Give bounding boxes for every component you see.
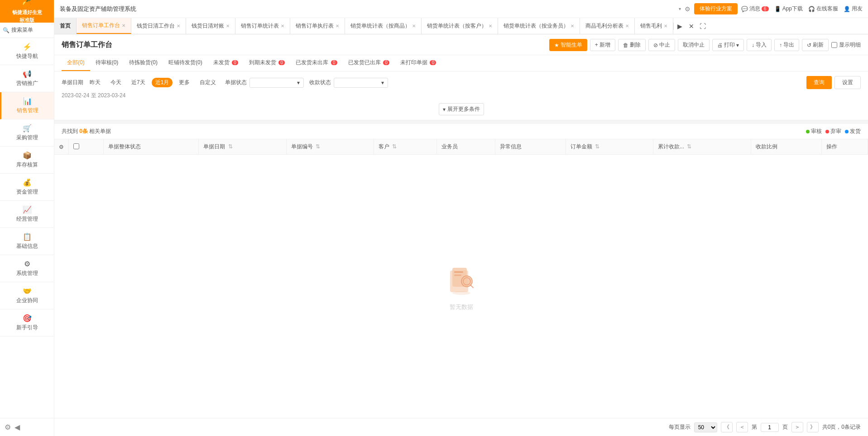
col-status[interactable]: 单据整体状态: [103, 139, 199, 155]
smart-create-btn[interactable]: ★ 智能生单: [549, 39, 587, 51]
tab-close-icon[interactable]: ✕: [336, 24, 339, 28]
col-date[interactable]: 单据日期 ⇅: [199, 139, 286, 155]
app-download-btn[interactable]: 📱 App下载: [774, 5, 803, 13]
date-option-yesterday[interactable]: 昨天: [86, 78, 104, 87]
sub-tab-not-printed[interactable]: 未打印单据 0: [395, 55, 441, 71]
tab-close-icon[interactable]: ✕: [226, 24, 230, 28]
payment-select[interactable]: ▾: [334, 78, 388, 88]
prev-page-btn[interactable]: ＜: [736, 422, 748, 432]
show-detail-checkbox[interactable]: 显示明细: [831, 41, 861, 49]
tab-sales-stat-customer[interactable]: 销货单统计表（按客户） ✕: [422, 18, 498, 34]
filter-settings-btn[interactable]: 设置: [834, 76, 861, 89]
tab-close-icon[interactable]: ✕: [412, 24, 416, 28]
date-option-custom[interactable]: 自定义: [196, 78, 220, 87]
sidebar-item-sales[interactable]: 📊 销售管理: [0, 92, 54, 119]
sort-icon[interactable]: ⇅: [392, 143, 397, 150]
date-option-more[interactable]: 更多: [175, 78, 193, 87]
cancel-stop-btn[interactable]: 取消中止: [678, 39, 710, 51]
tab-more-btn[interactable]: ▶: [673, 23, 686, 30]
col-settings[interactable]: ⚙: [54, 139, 69, 155]
date-option-today[interactable]: 今天: [107, 78, 125, 87]
refresh-btn[interactable]: ↺ 刷新: [802, 39, 829, 51]
cancel-audit-btn[interactable]: 弃审: [825, 128, 841, 135]
tab-close-icon[interactable]: ✕: [177, 24, 180, 28]
delete-btn[interactable]: 🗑 删除: [618, 39, 646, 51]
sub-tab-wangpu[interactable]: 旺铺待发货(0): [163, 55, 208, 71]
sub-tab-not-shipped[interactable]: 未发货 0: [208, 55, 244, 71]
tab-cash-daily[interactable]: 钱货日清工作台 ✕: [131, 18, 186, 34]
tab-close-icon[interactable]: ✕: [625, 24, 629, 28]
tab-close-icon[interactable]: ✕: [122, 23, 125, 28]
last-page-btn[interactable]: 》: [807, 422, 819, 432]
sidebar-item-basic-info[interactable]: 📋 基础信息: [0, 228, 54, 255]
col-collected[interactable]: 累计收款... ⇅: [653, 139, 751, 155]
sort-icon[interactable]: ⇅: [316, 143, 320, 150]
send-btn[interactable]: 发货: [845, 128, 861, 135]
next-page-btn[interactable]: ＞: [791, 422, 803, 432]
tab-sales-exec[interactable]: 销售订单执行表 ✕: [290, 18, 345, 34]
tab-close-icon[interactable]: ✕: [281, 24, 284, 28]
sub-tab-shipped-not-out[interactable]: 已发货未出库 0: [290, 55, 342, 71]
show-detail-input[interactable]: [831, 42, 837, 48]
sort-icon[interactable]: ⇅: [687, 143, 691, 150]
sidebar-item-guide[interactable]: 🎯 新手引导: [0, 309, 54, 336]
sort-icon[interactable]: ⇅: [595, 143, 599, 150]
page-input[interactable]: [761, 423, 779, 432]
tab-cash-reconcile[interactable]: 钱货日清对账 ✕: [186, 18, 235, 34]
sidebar-item-enterprise[interactable]: 🤝 企业协同: [0, 282, 54, 309]
sidebar-item-operations[interactable]: 📈 经营管理: [0, 201, 54, 228]
sidebar-item-marketing[interactable]: 📢 营销推广: [0, 65, 54, 92]
col-checkbox[interactable]: [69, 139, 104, 155]
col-ratio[interactable]: 收款比例: [751, 139, 821, 155]
user-btn[interactable]: 👤 用友: [844, 5, 863, 13]
tab-close-icon[interactable]: ✕: [664, 24, 667, 28]
col-customer[interactable]: 客户 ⇅: [374, 139, 436, 155]
sidebar-item-finance[interactable]: 💰 资金管理: [0, 174, 54, 201]
col-operation[interactable]: 操作: [822, 139, 868, 155]
experience-btn[interactable]: 体验行业方案: [694, 3, 738, 14]
select-all-checkbox[interactable]: [73, 143, 79, 149]
tab-sales-more[interactable]: 销售毛利 ✕: [635, 18, 673, 34]
col-amount[interactable]: 订单金额 ⇅: [566, 139, 653, 155]
tab-home[interactable]: 首页: [54, 18, 77, 34]
settings-bottom-icon[interactable]: ⚙: [5, 423, 11, 431]
sidebar-item-quick-nav[interactable]: ⚡ 快捷导航: [0, 38, 54, 65]
sort-icon[interactable]: ⇅: [228, 143, 233, 150]
sidebar-item-search[interactable]: 🔍 搜索菜单: [0, 23, 54, 38]
print-dropdown-icon[interactable]: ▾: [736, 42, 739, 48]
search-btn[interactable]: 查询: [806, 76, 832, 89]
sub-tab-shipped-out[interactable]: 已发货已出库 0: [343, 55, 395, 71]
sub-tab-all[interactable]: 全部(0): [62, 55, 90, 71]
online-service-btn[interactable]: 🎧 在线客服: [808, 5, 838, 13]
page-size-select[interactable]: 10 20 50 100: [694, 422, 717, 432]
gear-icon[interactable]: ⚙: [685, 5, 691, 13]
tab-close-icon[interactable]: ✕: [489, 24, 492, 28]
status-select[interactable]: ▾: [249, 78, 304, 88]
sidebar-item-system[interactable]: ⚙ 系统管理: [0, 255, 54, 282]
tab-product-margin[interactable]: 商品毛利分析表 ✕: [580, 18, 635, 34]
sidebar-item-purchase[interactable]: 🛒 采购管理: [0, 119, 54, 147]
import-btn[interactable]: ↓ 导入: [747, 39, 772, 51]
export-btn[interactable]: ↑ 导出: [774, 39, 799, 51]
date-option-last1month[interactable]: 近1月: [152, 78, 173, 87]
tab-close-all[interactable]: ✕: [686, 23, 697, 30]
add-btn[interactable]: + 新增: [590, 39, 615, 51]
print-btn[interactable]: 🖨 打印 ▾: [712, 39, 744, 51]
tab-sales-stat-staff[interactable]: 销货单统计表（按业务员） ✕: [498, 18, 580, 34]
first-page-btn[interactable]: 《: [721, 422, 733, 432]
tab-sales-order-work[interactable]: 销售订单工作台 ✕: [77, 18, 131, 34]
col-staff[interactable]: 业务员: [436, 139, 495, 155]
sub-tab-pending-inspect[interactable]: 待拣验货(0): [124, 55, 163, 71]
col-exception[interactable]: 异常信息: [495, 139, 566, 155]
sub-tab-expired-not-shipped[interactable]: 到期未发货 0: [244, 55, 290, 71]
collapse-icon[interactable]: ◀: [14, 423, 20, 431]
date-option-last7[interactable]: 近7天: [128, 78, 149, 87]
tab-sales-stat[interactable]: 销售订单统计表 ✕: [235, 18, 290, 34]
tab-expand[interactable]: ⛶: [697, 23, 709, 30]
sub-tab-pending-review[interactable]: 待审核(0): [90, 55, 124, 71]
col-number[interactable]: 单据编号 ⇅: [286, 139, 374, 155]
expand-filter-btn[interactable]: ▾ 展开更多条件: [439, 103, 484, 115]
stop-btn[interactable]: ⊘ 中止: [648, 39, 675, 51]
dropdown-arrow-icon[interactable]: ▾: [679, 6, 681, 11]
sidebar-item-inventory[interactable]: 📦 库存核算: [0, 147, 54, 174]
